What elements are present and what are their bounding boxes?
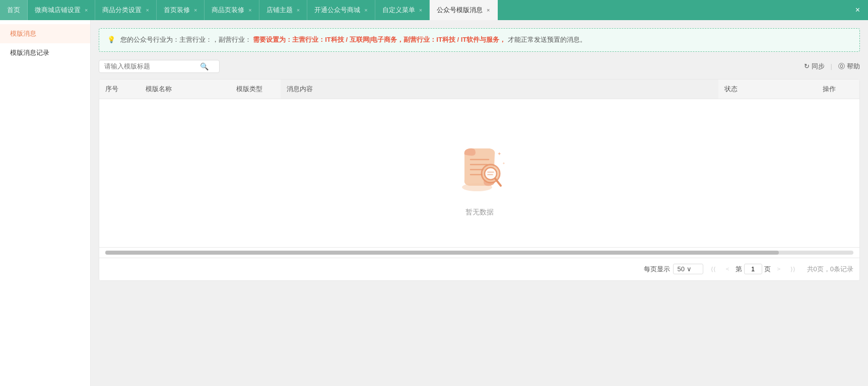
pagination: 每页显示 50 ∨ ⟨⟨ ＜ 第 页 ＞ ⟩⟩ 共0页，0条记录 bbox=[99, 258, 859, 280]
svg-text:✦: ✦ bbox=[502, 162, 505, 165]
horizontal-scrollbar[interactable] bbox=[105, 251, 853, 255]
page-label-suf: 页 bbox=[764, 265, 771, 274]
col-seq: 序号 bbox=[99, 80, 140, 99]
page-prev-button[interactable]: ＜ bbox=[721, 263, 733, 275]
tab-store-theme[interactable]: 店铺主题 × bbox=[259, 0, 307, 20]
empty-text: 暂无数据 bbox=[465, 208, 494, 217]
tab-custom-menu-label: 自定义菜单 bbox=[382, 6, 415, 15]
toolbar-right: ↻ 同步 | ⓪ 帮助 bbox=[804, 62, 860, 71]
page-nav: ⟨⟨ ＜ 第 页 ＞ ⟩⟩ bbox=[707, 263, 799, 275]
tab-open-mall-close[interactable]: × bbox=[364, 7, 367, 13]
tab-template-msg-close[interactable]: × bbox=[487, 7, 490, 13]
page-last-button[interactable]: ⟩⟩ bbox=[787, 263, 799, 275]
tab-product-decoration[interactable]: 商品页装修 × bbox=[205, 0, 259, 20]
sidebar-item-template-msg-log-label: 模版消息记录 bbox=[10, 49, 49, 56]
sidebar-item-template-msg-label: 模版消息 bbox=[10, 30, 36, 37]
sync-icon: ↻ bbox=[804, 62, 810, 70]
notice-highlight: 需要设置为：主营行业：IT科技 / 互联网|电子商务，副营行业：IT科技 / I… bbox=[253, 36, 506, 43]
notice-prefix: 您的公众号行业为：主营行业：，副营行业： bbox=[120, 36, 251, 43]
empty-state: ✦ ✦ 暂无数据 bbox=[99, 99, 859, 247]
tab-homepage-decoration[interactable]: 首页装修 × bbox=[157, 0, 205, 20]
tab-category-settings[interactable]: 商品分类设置 × bbox=[95, 0, 156, 20]
sidebar-item-template-msg-log[interactable]: 模版消息记录 bbox=[0, 43, 90, 62]
empty-illustration: ✦ ✦ bbox=[449, 139, 510, 200]
tab-template-msg[interactable]: 公众号模版消息 × bbox=[430, 0, 497, 20]
tab-homepage-decoration-close[interactable]: × bbox=[194, 7, 197, 13]
sync-button[interactable]: ↻ 同步 bbox=[804, 62, 825, 71]
tab-shop-settings-label: 微商城店铺设置 bbox=[35, 6, 81, 15]
search-bar: 🔍 ↻ 同步 | ⓪ 帮助 bbox=[99, 60, 860, 73]
page-size-label: 每页显示 bbox=[644, 265, 670, 274]
sidebar-item-template-msg[interactable]: 模版消息 bbox=[0, 24, 90, 43]
notice-banner: 💡 您的公众号行业为：主营行业：，副营行业： 需要设置为：主营行业：IT科技 /… bbox=[99, 28, 860, 52]
notice-icon: 💡 bbox=[107, 36, 115, 43]
tab-home-label: 首页 bbox=[7, 6, 20, 15]
help-label: 帮助 bbox=[847, 62, 860, 71]
help-icon: ⓪ bbox=[838, 62, 845, 71]
tab-open-mall-label: 开通公众号商城 bbox=[314, 6, 360, 15]
total-info: 共0页，0条记录 bbox=[807, 265, 853, 274]
tab-product-decoration-close[interactable]: × bbox=[248, 7, 251, 13]
search-icon[interactable]: 🔍 bbox=[200, 62, 209, 70]
toolbar-divider: | bbox=[831, 62, 832, 70]
tab-open-mall[interactable]: 开通公众号商城 × bbox=[307, 0, 375, 20]
sidebar: 模版消息 模版消息记录 bbox=[0, 20, 91, 386]
tab-category-settings-label: 商品分类设置 bbox=[102, 6, 142, 15]
help-button[interactable]: ⓪ 帮助 bbox=[838, 62, 860, 71]
content-area: 💡 您的公众号行业为：主营行业：，副营行业： 需要设置为：主营行业：IT科技 /… bbox=[91, 20, 868, 386]
page-size-value: 50 bbox=[678, 265, 685, 273]
search-input[interactable] bbox=[104, 62, 200, 70]
col-type: 模版类型 bbox=[230, 80, 281, 99]
tab-product-decoration-label: 商品页装修 bbox=[212, 6, 244, 15]
page-size-dropdown[interactable]: 50 ∨ bbox=[673, 264, 703, 274]
tab-home[interactable]: 首页 bbox=[0, 0, 28, 20]
search-input-wrap[interactable]: 🔍 bbox=[99, 60, 220, 73]
scrollbar-thumb[interactable] bbox=[105, 251, 779, 255]
page-number-input[interactable] bbox=[744, 264, 762, 274]
table-header: 序号 模版名称 模版类型 消息内容 状态 操作 bbox=[99, 80, 859, 99]
col-status: 状态 bbox=[718, 80, 799, 99]
tab-custom-menu-close[interactable]: × bbox=[419, 7, 422, 13]
tab-category-settings-close[interactable]: × bbox=[146, 7, 149, 13]
page-size-select: 每页显示 50 ∨ bbox=[644, 264, 703, 274]
page-size-dropdown-arrow: ∨ bbox=[687, 265, 692, 273]
main-layout: 模版消息 模版消息记录 💡 您的公众号行业为：主营行业：，副营行业： 需要设置为… bbox=[0, 20, 868, 386]
tab-bar: 首页 微商城店铺设置 × 商品分类设置 × 首页装修 × 商品页装修 × 店铺主… bbox=[0, 0, 868, 20]
sync-label: 同步 bbox=[812, 62, 825, 71]
col-name: 模版名称 bbox=[140, 80, 230, 99]
tab-shop-settings-close[interactable]: × bbox=[85, 7, 88, 13]
data-table: 序号 模版名称 模版类型 消息内容 状态 操作 bbox=[99, 79, 860, 281]
tab-shop-settings[interactable]: 微商城店铺设置 × bbox=[28, 0, 95, 20]
tab-template-msg-label: 公众号模版消息 bbox=[437, 6, 483, 15]
tab-store-theme-label: 店铺主题 bbox=[266, 6, 293, 15]
notice-suffix: 才能正常发送预置的消息。 bbox=[508, 36, 586, 43]
tab-store-theme-close[interactable]: × bbox=[297, 7, 300, 13]
page-label-pre: 第 bbox=[736, 265, 742, 274]
tab-homepage-decoration-label: 首页装修 bbox=[164, 6, 190, 15]
page-next-button[interactable]: ＞ bbox=[773, 263, 785, 275]
col-content: 消息内容 bbox=[281, 80, 718, 99]
col-action: 操作 bbox=[799, 80, 859, 99]
svg-text:✦: ✦ bbox=[497, 151, 501, 157]
close-all-tabs[interactable]: × bbox=[847, 6, 868, 15]
scrollbar-area[interactable] bbox=[99, 247, 859, 258]
tab-custom-menu[interactable]: 自定义菜单 × bbox=[375, 0, 430, 20]
page-first-button[interactable]: ⟨⟨ bbox=[707, 263, 719, 275]
